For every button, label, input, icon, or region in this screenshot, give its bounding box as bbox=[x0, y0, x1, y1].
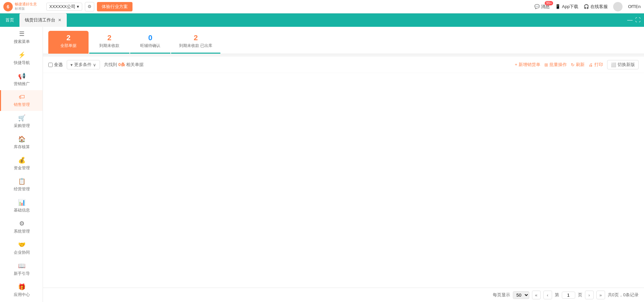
print-button[interactable]: 🖨 打印 bbox=[589, 62, 603, 68]
sidebar-item-marketing[interactable]: 📢 营销推广 bbox=[0, 69, 43, 90]
purchase-icon: 🛒 bbox=[18, 114, 25, 122]
headset-icon: 🎧 bbox=[584, 4, 589, 9]
app-download-button[interactable]: 📱 App下载 bbox=[555, 4, 578, 10]
next-page-button[interactable]: › bbox=[585, 291, 594, 299]
stats-tabs: 2 全部单据 2 到期未收款 0 旺辅待确认 2 到期未收款 已出库 bbox=[43, 27, 644, 54]
stat-tab-overdue[interactable]: 2 到期未收款 bbox=[89, 31, 129, 54]
select-all-checkbox[interactable] bbox=[48, 63, 53, 67]
basic-info-icon: 📊 bbox=[18, 199, 25, 206]
page-number-input[interactable] bbox=[562, 292, 575, 299]
avatar[interactable] bbox=[613, 2, 623, 11]
pagination: 每页显示 50 « ‹ 第 页 › » 共0页，0条记录 bbox=[43, 288, 644, 302]
username[interactable]: OfTEn bbox=[628, 4, 641, 9]
dropdown-icon: ▾ bbox=[77, 4, 79, 9]
header-left: 6 畅捷通好生意 标准版 XXXXXX公司 ▾ ⚙ 体验行业方案 bbox=[3, 2, 132, 11]
company-selector[interactable]: XXXXXX公司 ▾ bbox=[46, 3, 82, 11]
select-all-label[interactable]: 全选 bbox=[48, 62, 63, 68]
found-count: 0条 bbox=[118, 62, 125, 67]
phone-icon: 📱 bbox=[555, 4, 560, 9]
settings-button[interactable]: ⚙ bbox=[85, 2, 94, 11]
gear-icon: ⚙ bbox=[88, 4, 92, 9]
minimize-icon[interactable]: — bbox=[627, 17, 633, 23]
next-page-icon: › bbox=[588, 293, 590, 298]
system-icon: ⚙ bbox=[19, 220, 24, 227]
message-button[interactable]: 💬 消息 99+ bbox=[534, 4, 550, 10]
total-count: 共0页，0条记录 bbox=[608, 292, 639, 298]
refresh-button[interactable]: ↻ 刷新 bbox=[571, 62, 585, 68]
company-name: XXXXXX公司 bbox=[49, 4, 75, 10]
batch-icon: ⊞ bbox=[544, 62, 548, 67]
sidebar-item-finance[interactable]: 💰 资金管理 bbox=[0, 153, 43, 174]
shortcut-icon: ⚡ bbox=[18, 51, 25, 59]
add-sales-order-button[interactable]: + 新增销货单 bbox=[515, 62, 540, 68]
finance-icon: 💰 bbox=[18, 157, 25, 164]
search-menu-icon: ☰ bbox=[19, 30, 24, 38]
message-icon: 💬 bbox=[534, 4, 540, 9]
switch-version-button[interactable]: ⬜ 切换新版 bbox=[607, 60, 639, 69]
experience-button[interactable]: 体验行业方案 bbox=[97, 2, 132, 11]
first-page-icon: « bbox=[535, 293, 537, 298]
sidebar-item-search[interactable]: ☰ 搜索菜单 bbox=[0, 27, 43, 48]
stat-tab-wangfu[interactable]: 0 旺辅待确认 bbox=[130, 31, 170, 54]
sidebar-item-app-center[interactable]: 🎁 应用中心 bbox=[0, 280, 43, 301]
switch-icon: ⬜ bbox=[611, 62, 616, 67]
found-text: 共找到 0条 相关单据 bbox=[104, 62, 144, 68]
sidebar-item-enterprise[interactable]: 🤝 企业协同 bbox=[0, 238, 43, 259]
sidebar-item-sales[interactable]: 🏷 销售管理 bbox=[0, 90, 43, 111]
maximize-icon[interactable]: ⛶ bbox=[635, 17, 641, 23]
last-page-button[interactable]: » bbox=[596, 291, 605, 299]
tab-home[interactable]: 首页 bbox=[0, 13, 19, 27]
toolbar: 全选 ▾ 更多条件 ∨ 共找到 0条 相关单据 + 新增销货单 ⊞ 批量操作 ↻ bbox=[43, 57, 644, 73]
operations-icon: 📋 bbox=[18, 178, 25, 185]
inventory-icon: 🏠 bbox=[18, 135, 25, 143]
first-page-button[interactable]: « bbox=[532, 291, 541, 299]
refresh-icon: ↻ bbox=[571, 62, 575, 67]
stat-tab-shipped[interactable]: 2 到期未收款 已出库 bbox=[171, 31, 220, 54]
header-right: 💬 消息 99+ 📱 App下载 🎧 在线客服 OfTEn bbox=[534, 2, 641, 11]
content-area: 2 全部单据 2 到期未收款 0 旺辅待确认 2 到期未收款 已出库 全选 bbox=[43, 27, 644, 302]
main-layout: ☰ 搜索菜单 ⚡ 快捷导航 📢 营销推广 🏷 销售管理 🛒 采购管理 🏠 库存核… bbox=[0, 27, 644, 302]
sidebar-item-system[interactable]: ⚙ 系统管理 bbox=[0, 217, 43, 238]
prev-page-button[interactable]: ‹ bbox=[543, 291, 552, 299]
sidebar-item-guide[interactable]: 📖 新手引导 bbox=[0, 259, 43, 280]
sidebar-item-operations[interactable]: 📋 经营管理 bbox=[0, 174, 43, 195]
sidebar-item-purchase[interactable]: 🛒 采购管理 bbox=[0, 111, 43, 132]
logo-icon: 6 bbox=[3, 2, 13, 11]
logo-text: 畅捷通好生意 bbox=[15, 2, 37, 6]
toolbar-right: + 新增销货单 ⊞ 批量操作 ↻ 刷新 🖨 打印 ⬜ 切换新版 bbox=[515, 60, 639, 69]
print-icon: 🖨 bbox=[589, 62, 593, 67]
sales-icon: 🏷 bbox=[19, 94, 25, 101]
chevron-down-icon: ∨ bbox=[93, 62, 96, 67]
sidebar: ☰ 搜索菜单 ⚡ 快捷导航 📢 营销推广 🏷 销售管理 🛒 采购管理 🏠 库存核… bbox=[0, 27, 43, 302]
sidebar-item-basic-info[interactable]: 📊 基础信息 bbox=[0, 195, 43, 217]
enterprise-icon: 🤝 bbox=[18, 241, 25, 248]
sidebar-item-shortcut[interactable]: ⚡ 快捷导航 bbox=[0, 48, 43, 69]
guide-icon: 📖 bbox=[18, 262, 25, 269]
stat-tab-all[interactable]: 2 全部单据 bbox=[48, 31, 89, 54]
filter-button[interactable]: ▾ 更多条件 ∨ bbox=[67, 60, 100, 69]
online-service-button[interactable]: 🎧 在线客服 bbox=[584, 4, 608, 10]
tab-close-icon[interactable]: ✕ bbox=[58, 18, 61, 22]
page-size-select[interactable]: 50 bbox=[513, 291, 529, 299]
batch-operation-button[interactable]: ⊞ 批量操作 bbox=[544, 62, 567, 68]
last-page-icon: » bbox=[599, 293, 602, 298]
tab-bar-actions: — ⛶ bbox=[627, 17, 644, 23]
logo-tag: 标准版 bbox=[15, 6, 37, 11]
logo-area: 6 畅捷通好生意 标准版 bbox=[3, 2, 44, 11]
tab-bar: 首页 钱货日清工作台 ✕ — ⛶ bbox=[0, 13, 644, 27]
table-area bbox=[43, 73, 644, 288]
filter-icon: ▾ bbox=[70, 62, 73, 67]
message-badge: 99+ bbox=[545, 1, 553, 5]
sidebar-item-inventory[interactable]: 🏠 库存核算 bbox=[0, 132, 43, 153]
app-center-icon: 🎁 bbox=[18, 283, 25, 291]
prev-page-icon: ‹ bbox=[547, 293, 548, 298]
marketing-icon: 📢 bbox=[18, 72, 25, 80]
tab-workbench[interactable]: 钱货日清工作台 ✕ bbox=[19, 13, 67, 27]
top-header: 6 畅捷通好生意 标准版 XXXXXX公司 ▾ ⚙ 体验行业方案 💬 消息 99… bbox=[0, 0, 644, 13]
